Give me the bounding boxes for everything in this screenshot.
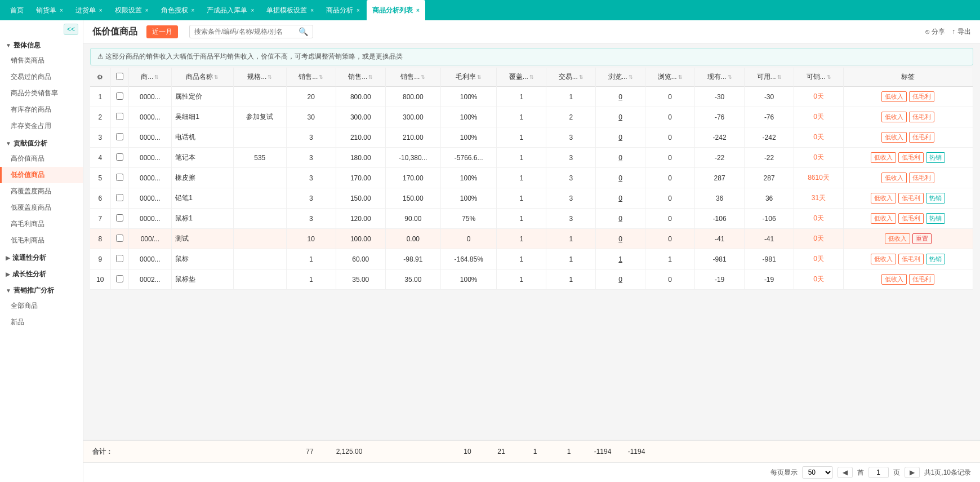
close-icon[interactable]: × (251, 7, 254, 14)
col-available[interactable]: 可用...⇅ (745, 68, 794, 87)
per-page-select[interactable]: 50 100 (802, 466, 833, 479)
sidebar-item-sales-goods[interactable]: 销售类商品 (0, 52, 83, 69)
col-gear[interactable]: ⚙ (90, 68, 110, 87)
col-trade[interactable]: 交易...⇅ (546, 68, 596, 87)
sidebar-item-low-profit[interactable]: 低毛利商品 (0, 232, 83, 249)
cell-view1[interactable]: 0 (596, 229, 645, 249)
sidebar-item-in-stock[interactable]: 有库存的商品 (0, 101, 83, 118)
next-page-button[interactable]: ▶ (905, 467, 920, 478)
col-sales1[interactable]: 销售...⇅ (286, 68, 336, 87)
share-button[interactable]: ⎋ 分享 (925, 27, 945, 37)
col-sales2[interactable]: 销售...⇅ (336, 68, 385, 87)
export-button[interactable]: ↑ 导出 (952, 27, 971, 37)
link[interactable]: 0 (618, 174, 622, 182)
col-margin[interactable]: 毛利率⇅ (441, 68, 497, 87)
link[interactable]: 0 (618, 215, 622, 223)
nav-product-warehouse[interactable]: 产成品入库单 × (201, 0, 260, 20)
cell-view1[interactable]: 0 (596, 168, 645, 188)
link[interactable]: 0 (618, 134, 622, 141)
col-sales3[interactable]: 销售...⇅ (385, 68, 440, 87)
sidebar-group-marketing[interactable]: ▼ 营销推广分析 (0, 281, 83, 298)
nav-template-settings[interactable]: 单据模板设置 × (261, 0, 319, 20)
cell-view1[interactable]: 1 (596, 249, 645, 269)
cell-view1[interactable]: 0 (596, 127, 645, 148)
row-checkbox[interactable] (116, 214, 123, 222)
cell-checkbox[interactable] (110, 148, 128, 168)
close-icon[interactable]: × (310, 7, 314, 14)
cell-view1[interactable]: 0 (596, 269, 645, 290)
cell-checkbox[interactable] (110, 209, 128, 229)
select-all-checkbox[interactable] (116, 73, 123, 80)
table-container[interactable]: ⚙ 商...⇅ 商品名称⇅ 规格...⇅ 销售...⇅ 销售...⇅ 销售...… (83, 68, 980, 440)
col-saleable[interactable]: 可销...⇅ (794, 68, 844, 87)
sidebar-item-new-goods[interactable]: 新品 (0, 314, 83, 330)
row-checkbox[interactable] (116, 255, 123, 262)
search-input[interactable] (194, 28, 299, 36)
sidebar-item-low-coverage[interactable]: 低覆盖度商品 (0, 200, 83, 216)
sidebar-item-low-value[interactable]: 低价值商品 (0, 167, 83, 183)
row-checkbox[interactable] (116, 133, 123, 140)
row-checkbox[interactable] (116, 92, 123, 100)
row-checkbox[interactable] (116, 174, 123, 181)
nav-role-auth[interactable]: 角色授权 × (155, 0, 201, 20)
col-coverage[interactable]: 覆盖...⇅ (497, 68, 546, 87)
link[interactable]: 0 (618, 154, 622, 162)
sidebar-item-traded-goods[interactable]: 交易过的商品 (0, 69, 83, 85)
cell-checkbox[interactable] (110, 127, 128, 148)
col-view2[interactable]: 浏览...⇅ (645, 68, 695, 87)
cell-checkbox[interactable] (110, 188, 128, 209)
link[interactable]: 0 (618, 276, 622, 284)
first-page-button[interactable]: ◀ (838, 467, 853, 478)
cell-view1[interactable]: 0 (596, 188, 645, 209)
cell-view1[interactable]: 0 (596, 107, 645, 127)
sidebar-item-all-goods[interactable]: 全部商品 (0, 298, 83, 314)
close-icon[interactable]: × (357, 7, 360, 14)
sidebar-collapse-button[interactable]: << (64, 24, 78, 35)
row-checkbox[interactable] (116, 275, 123, 282)
close-icon[interactable]: × (145, 7, 149, 14)
sidebar-item-high-profit[interactable]: 高毛利商品 (0, 216, 83, 232)
col-current[interactable]: 现有...⇅ (695, 68, 745, 87)
page-number-input[interactable] (868, 467, 889, 478)
nav-permissions[interactable]: 权限设置 × (109, 0, 154, 20)
col-name[interactable]: 商品名称⇅ (172, 68, 234, 87)
row-checkbox[interactable] (116, 113, 123, 120)
sidebar-item-high-coverage[interactable]: 高覆盖度商品 (0, 183, 83, 200)
cell-view1[interactable]: 0 (596, 87, 645, 107)
col-checkbox[interactable] (110, 68, 128, 87)
nav-sales-order[interactable]: 销货单 × (30, 0, 69, 20)
cell-view1[interactable]: 0 (596, 148, 645, 168)
close-icon[interactable]: × (191, 7, 195, 14)
link[interactable]: 0 (618, 235, 622, 243)
link[interactable]: 0 (618, 113, 622, 121)
close-icon[interactable]: × (416, 7, 420, 14)
sidebar-group-contribution[interactable]: ▼ 贡献值分析 (0, 134, 83, 151)
col-view1[interactable]: 浏览...⇅ (596, 68, 645, 87)
link[interactable]: 1 (618, 255, 622, 263)
sidebar-group-growth[interactable]: ▶ 成长性分析 (0, 265, 83, 281)
link[interactable]: 0 (618, 194, 622, 202)
sidebar-group-overall[interactable]: ▼ 整体信息 (0, 36, 83, 52)
sidebar-item-high-value[interactable]: 高价值商品 (0, 151, 83, 167)
nav-purchase-order[interactable]: 进货单 × (70, 0, 108, 20)
cell-checkbox[interactable] (110, 269, 128, 290)
sidebar-group-liquidity[interactable]: ▶ 流通性分析 (0, 249, 83, 265)
nav-product-analysis-list[interactable]: 商品分析列表 × (367, 0, 425, 20)
cell-checkbox[interactable] (110, 168, 128, 188)
sidebar-item-stock-funds[interactable]: 库存资金占用 (0, 118, 83, 134)
search-icon[interactable]: 🔍 (299, 27, 308, 36)
close-icon[interactable]: × (60, 7, 63, 14)
close-icon[interactable]: × (99, 7, 103, 14)
row-checkbox[interactable] (116, 235, 123, 242)
row-checkbox[interactable] (116, 153, 123, 161)
nav-home[interactable]: 首页 (5, 0, 29, 20)
cell-checkbox[interactable] (110, 249, 128, 269)
cell-view1[interactable]: 0 (596, 209, 645, 229)
cell-checkbox[interactable] (110, 229, 128, 249)
nav-product-analysis[interactable]: 商品分析 × (320, 0, 366, 20)
col-spec[interactable]: 规格...⇅ (233, 68, 286, 87)
row-checkbox[interactable] (116, 194, 123, 201)
link[interactable]: 0 (618, 93, 622, 101)
time-filter-button[interactable]: 近一月 (146, 25, 178, 38)
sidebar-item-category-rate[interactable]: 商品分类销售率 (0, 85, 83, 101)
